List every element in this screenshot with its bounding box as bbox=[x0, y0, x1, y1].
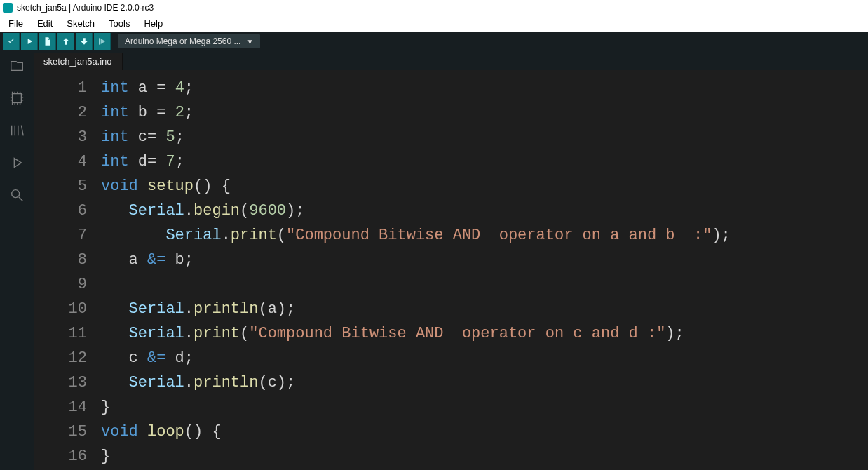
line-number: 4 bbox=[34, 149, 87, 174]
code-line[interactable]: int a = 4; bbox=[101, 76, 868, 100]
code-line[interactable]: a &= b; bbox=[101, 248, 868, 272]
tab-active[interactable]: sketch_jan5a.ino bbox=[34, 53, 123, 70]
line-number: 13 bbox=[34, 370, 87, 395]
open-button[interactable] bbox=[57, 33, 74, 50]
menu-bar: File Edit Sketch Tools Help bbox=[0, 15, 868, 32]
main: sketch_jan5a.ino 12345678910111213141516… bbox=[0, 51, 868, 470]
code-line[interactable]: void loop() { bbox=[101, 419, 868, 444]
board-selector[interactable]: Arduino Mega or Mega 2560 ... ▼ bbox=[118, 34, 260, 48]
svg-rect-0 bbox=[99, 38, 100, 44]
code-line[interactable]: int d= 7; bbox=[101, 149, 868, 174]
window-title: sketch_jan5a | Arduino IDE 2.0.0-rc3 bbox=[17, 3, 154, 13]
code-line[interactable] bbox=[101, 272, 868, 297]
line-number: 14 bbox=[34, 395, 87, 419]
code-line[interactable]: Serial.println(c); bbox=[101, 370, 868, 395]
verify-button[interactable] bbox=[3, 33, 20, 50]
menu-help[interactable]: Help bbox=[138, 17, 168, 30]
code-line[interactable]: Serial.print("Compound Bitwise AND opera… bbox=[101, 223, 868, 248]
library-manager-icon[interactable] bbox=[8, 122, 25, 139]
menu-file[interactable]: File bbox=[3, 17, 29, 30]
code-line[interactable]: } bbox=[101, 395, 868, 419]
code-line[interactable]: Serial.println(a); bbox=[101, 297, 868, 321]
line-number: 9 bbox=[34, 272, 87, 297]
line-number: 11 bbox=[34, 321, 87, 346]
code-area[interactable]: 12345678910111213141516 int a = 4;int b … bbox=[34, 70, 868, 470]
debug-icon[interactable] bbox=[8, 154, 25, 171]
upload-button[interactable] bbox=[21, 33, 38, 50]
code-line[interactable]: } bbox=[101, 444, 868, 469]
chevron-down-icon: ▼ bbox=[246, 38, 253, 46]
line-number: 7 bbox=[34, 223, 87, 248]
line-number: 16 bbox=[34, 444, 87, 469]
debug-button[interactable] bbox=[94, 33, 111, 50]
line-number: 12 bbox=[34, 346, 87, 370]
menu-tools[interactable]: Tools bbox=[103, 17, 135, 30]
line-number: 2 bbox=[34, 100, 87, 125]
line-number: 10 bbox=[34, 297, 87, 321]
menu-edit[interactable]: Edit bbox=[32, 17, 58, 30]
code-line[interactable]: int c= 5; bbox=[101, 125, 868, 149]
boards-manager-icon[interactable] bbox=[8, 90, 25, 107]
search-icon[interactable] bbox=[8, 187, 25, 203]
editor-area: sketch_jan5a.ino 12345678910111213141516… bbox=[34, 51, 868, 470]
new-sketch-button[interactable] bbox=[39, 33, 56, 50]
code-line[interactable]: Serial.print("Compound Bitwise AND opera… bbox=[101, 321, 868, 346]
menu-sketch[interactable]: Sketch bbox=[61, 17, 100, 30]
board-name: Arduino Mega or Mega 2560 ... bbox=[125, 36, 240, 46]
toolbar: Arduino Mega or Mega 2560 ... ▼ bbox=[0, 32, 868, 51]
code-line[interactable]: void setup() { bbox=[101, 174, 868, 199]
code-line[interactable]: int b = 2; bbox=[101, 100, 868, 125]
explorer-icon[interactable] bbox=[8, 58, 25, 74]
line-number: 15 bbox=[34, 419, 87, 444]
line-number: 6 bbox=[34, 199, 87, 223]
code-line[interactable]: Serial.begin(9600); bbox=[101, 199, 868, 223]
activity-bar bbox=[0, 51, 34, 470]
title-bar: sketch_jan5a | Arduino IDE 2.0.0-rc3 bbox=[0, 0, 868, 15]
line-gutter: 12345678910111213141516 bbox=[34, 70, 101, 470]
svg-point-2 bbox=[12, 190, 20, 198]
app-icon bbox=[3, 3, 13, 13]
save-button[interactable] bbox=[76, 33, 93, 50]
code-content[interactable]: int a = 4;int b = 2;int c= 5;int d= 7;vo… bbox=[101, 70, 868, 470]
code-line[interactable]: c &= d; bbox=[101, 346, 868, 370]
line-number: 1 bbox=[34, 76, 87, 100]
line-number: 8 bbox=[34, 248, 87, 272]
svg-rect-1 bbox=[13, 94, 22, 103]
line-number: 5 bbox=[34, 174, 87, 199]
line-number: 3 bbox=[34, 125, 87, 149]
tab-bar: sketch_jan5a.ino bbox=[34, 51, 868, 70]
